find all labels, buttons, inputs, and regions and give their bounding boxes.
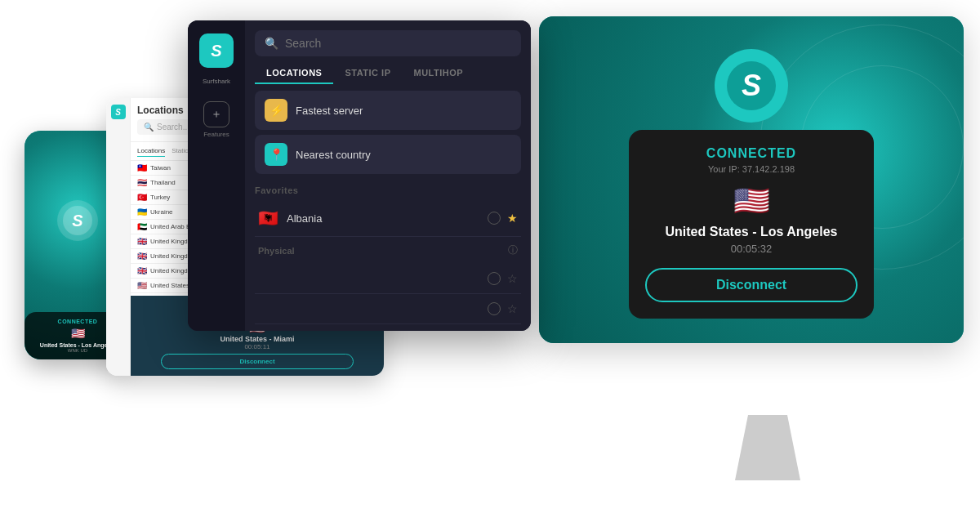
- laptop-flag-turkey: 🇹🇷: [137, 193, 147, 202]
- connected-status: CONNECTED: [645, 146, 858, 161]
- tab-locations[interactable]: LOCATIONS: [255, 63, 333, 84]
- tabs-bar: LOCATIONS STATIC IP MULTIHOP: [245, 63, 531, 84]
- app-main-content: 🔍 LOCATIONS STATIC IP MULTIHOP ⚡ Fastest…: [245, 20, 531, 331]
- radio-2[interactable]: [488, 302, 501, 315]
- sidebar-logo-letter: S: [211, 42, 221, 60]
- sidebar-logo: S: [199, 33, 234, 68]
- laptop-flag-uk-london: 🇬🇧: [137, 237, 147, 246]
- pin-icon: 📍: [265, 143, 287, 166]
- sidebar-item-features[interactable]: ＋ Features: [203, 101, 229, 138]
- tab-static-ip[interactable]: STATIC IP: [333, 63, 402, 84]
- laptop-disconnect-button[interactable]: Disconnect: [161, 354, 353, 369]
- albania-name: Albania: [287, 212, 479, 225]
- favorites-header: Favorites: [255, 179, 521, 200]
- nearest-country-item[interactable]: 📍 Nearest country: [255, 135, 521, 174]
- actions-1: ☆: [488, 272, 518, 285]
- connected-card: CONNECTED Your IP: 37.142.2.198 🇺🇸 Unite…: [629, 130, 874, 319]
- radio-1[interactable]: [488, 272, 501, 285]
- scene: S CONNECTED Your IP: 37.142.2.198 🇺🇸 Uni…: [0, 0, 980, 513]
- laptop-flag-us-miami: 🇺🇸: [137, 281, 147, 290]
- albania-flag: 🇦🇱: [258, 208, 278, 228]
- albania-actions: ★: [488, 212, 518, 225]
- fastest-server-item[interactable]: ⚡ Fastest server: [255, 91, 521, 130]
- phone-logo-letter: S: [72, 212, 82, 230]
- fastest-server-label: Fastest server: [296, 105, 363, 117]
- monitor-logo-inner: S: [727, 61, 776, 110]
- search-input[interactable]: [285, 37, 511, 50]
- physical-label: Physical: [258, 246, 295, 256]
- laptop-flag-uk-glasgow: 🇬🇧: [137, 252, 147, 261]
- features-label: Features: [203, 131, 229, 138]
- country-item-1[interactable]: ☆: [255, 264, 521, 294]
- app-sidebar: S Surfshark ＋ Features: [188, 20, 245, 331]
- info-icon: ⓘ: [508, 243, 518, 257]
- laptop-flag-ukraine: 🇺🇦: [137, 207, 147, 216]
- laptop-sidebar: S: [106, 98, 131, 376]
- albania-radio[interactable]: [488, 212, 501, 225]
- location-list: ⚡ Fastest server 📍 Nearest country Favor…: [245, 91, 531, 331]
- features-icon: ＋: [203, 101, 229, 127]
- lightning-icon: ⚡: [265, 99, 287, 122]
- connected-time: 00:05:32: [645, 243, 858, 255]
- laptop-flag-uae: 🇦🇪: [137, 222, 147, 231]
- country-item-3[interactable]: ☆: [255, 324, 521, 331]
- laptop-flag-uk-manchester: 🇬🇧: [137, 266, 147, 275]
- monitor-background: S CONNECTED Your IP: 37.142.2.198 🇺🇸 Uni…: [539, 16, 964, 343]
- laptop-logo-letter: S: [115, 108, 121, 117]
- nearest-country-label: Nearest country: [296, 149, 371, 161]
- actions-2: ☆: [488, 302, 518, 315]
- laptop-flag-thailand: 🇹🇭: [137, 178, 147, 187]
- laptop-search-icon: 🔍: [144, 123, 154, 132]
- star-2[interactable]: ☆: [507, 302, 518, 315]
- country-item-albania[interactable]: 🇦🇱 Albania ★: [255, 200, 521, 237]
- monitor-logo-letter: S: [742, 69, 761, 103]
- monitor: S CONNECTED Your IP: 37.142.2.198 🇺🇸 Uni…: [539, 16, 964, 343]
- laptop-flag-taiwan: 🇹🇼: [137, 163, 147, 172]
- search-bar[interactable]: 🔍: [255, 30, 521, 56]
- search-icon: 🔍: [265, 37, 278, 50]
- phone-logo-inner: S: [63, 206, 92, 235]
- laptop-connected-time: 00:05:11: [137, 343, 377, 350]
- tab-multihop[interactable]: MULTIHOP: [403, 63, 475, 84]
- connected-location: United States - Los Angeles: [645, 225, 858, 239]
- connected-flag: 🇺🇸: [645, 184, 858, 218]
- laptop-search-text: Search...: [157, 123, 189, 132]
- app-window: S Surfshark ＋ Features 🔍 LOCATIONS STATI…: [188, 20, 531, 331]
- albania-star[interactable]: ★: [507, 212, 518, 225]
- laptop-connected-location: United States - Miami: [137, 335, 377, 343]
- physical-section-header: Physical ⓘ: [255, 237, 521, 264]
- monitor-stand: [735, 415, 800, 480]
- connected-ip: Your IP: 37.142.2.198: [645, 164, 858, 174]
- disconnect-button[interactable]: Disconnect: [645, 268, 858, 302]
- phone-logo: S: [57, 200, 98, 241]
- laptop-logo: S: [111, 105, 126, 119]
- monitor-logo: S: [715, 49, 788, 123]
- sidebar-brand-label: Surfshark: [203, 78, 230, 85]
- country-item-2[interactable]: ☆: [255, 294, 521, 324]
- star-1[interactable]: ☆: [507, 272, 518, 285]
- laptop-tab-locations[interactable]: Locations: [137, 145, 165, 157]
